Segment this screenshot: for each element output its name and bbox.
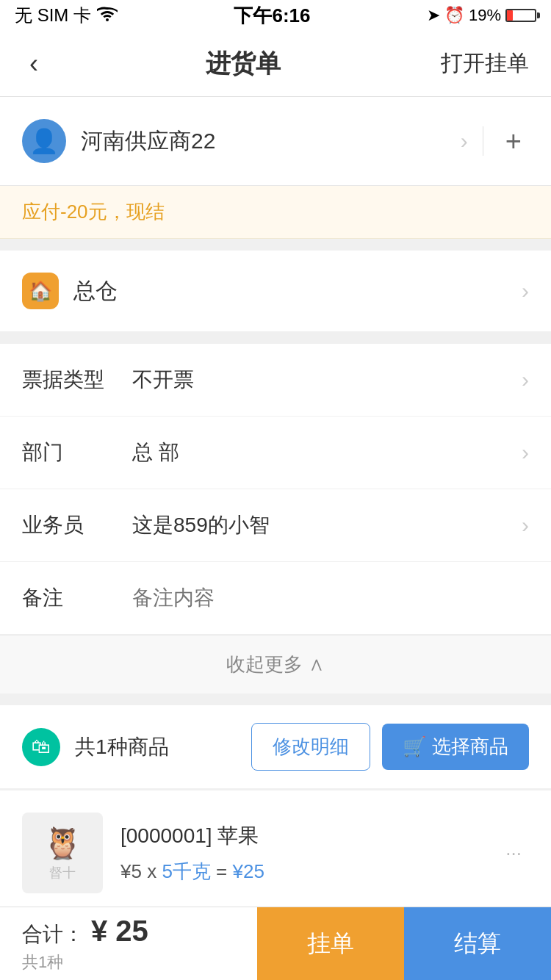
separator-2 (0, 332, 551, 344)
supplier-add-button[interactable]: + (498, 122, 529, 161)
status-time: 下午6:16 (234, 3, 310, 29)
product-price-row: ¥5 x 5千克 = ¥25 (120, 859, 498, 884)
brand-label: 督十 (49, 864, 76, 882)
collapse-label: 收起更多 ∧ (226, 653, 324, 675)
select-product-label: 选择商品 (432, 734, 508, 760)
back-button[interactable]: ‹ (22, 41, 46, 87)
select-product-icon: 🛒 (403, 735, 426, 758)
product-multiply: x (147, 860, 162, 882)
carrier-text: 无 SIM 卡 (15, 4, 91, 27)
nav-bar: ‹ 进货单 打开挂单 (0, 31, 551, 97)
salesman-row[interactable]: 业务员 这是859的小智 › (0, 489, 551, 562)
remark-input[interactable] (132, 586, 529, 610)
product-equals: = (216, 860, 232, 882)
product-name: [0000001] 苹果 (120, 822, 498, 850)
invoice-label: 票据类型 (22, 366, 110, 394)
product-item: 🦉 督十 [0000001] 苹果 ¥5 x 5千克 = ¥25 ··· (0, 790, 551, 915)
battery-icon (505, 9, 536, 22)
salesman-value: 这是859的小智 (132, 511, 522, 539)
notice-banner: 应付-20元，现结 (0, 186, 551, 239)
product-total: ¥25 (233, 860, 264, 882)
wifi-icon (97, 5, 118, 26)
salesman-chevron-icon: › (522, 513, 529, 538)
dept-label: 部门 (22, 439, 110, 466)
invoice-chevron-icon: › (522, 367, 529, 392)
checkout-button[interactable]: 结算 (404, 907, 551, 980)
select-product-button[interactable]: 🛒 选择商品 (382, 724, 529, 770)
dept-row[interactable]: 部门 总 部 › (0, 417, 551, 489)
item-count: 共1种 (22, 951, 148, 973)
salesman-label: 业务员 (22, 511, 110, 539)
warehouse-icon: 🏠 (22, 273, 59, 309)
supplier-section: 👤 河南供应商22 › + 应付-20元，现结 (0, 97, 551, 239)
dept-value: 总 部 (132, 439, 522, 466)
warehouse-row[interactable]: 🏠 总仓 › (0, 251, 551, 332)
status-bar: 无 SIM 卡 下午6:16 ➤ ⏰ 19% (0, 0, 551, 31)
remark-row: 备注 (0, 562, 551, 635)
summary-area: 合计： ¥ 25 共1种 (0, 907, 257, 980)
separator-1 (0, 239, 551, 251)
notice-text: 应付-20元，现结 (22, 201, 165, 223)
invoice-value: 不开票 (132, 366, 522, 394)
status-left: 无 SIM 卡 (15, 4, 118, 27)
warehouse-chevron-icon: › (522, 278, 529, 303)
alarm-icon: ⏰ (444, 6, 464, 25)
supplier-name: 河南供应商22 (81, 126, 461, 156)
edit-detail-button[interactable]: 修改明细 (251, 723, 370, 771)
status-right: ➤ ⏰ 19% (427, 6, 536, 25)
divider (483, 126, 483, 156)
open-hang-button[interactable]: 打开挂单 (441, 48, 529, 79)
product-title: 苹果 (217, 824, 259, 847)
product-code: [0000001] (120, 824, 212, 847)
collapse-toggle[interactable]: 收起更多 ∧ (0, 635, 551, 693)
supplier-avatar: 👤 (22, 119, 66, 163)
product-icon: 🛍 (22, 728, 60, 766)
product-unit-price: ¥5 (120, 860, 142, 882)
avatar-icon: 👤 (29, 127, 59, 155)
dept-chevron-icon: › (522, 440, 529, 465)
product-info: [0000001] 苹果 ¥5 x 5千克 = ¥25 (120, 822, 498, 884)
product-count: 共1种商品 (75, 733, 251, 761)
content-area: 👤 河南供应商22 › + 应付-20元，现结 🏠 总仓 › 票据类型 不开票 … (0, 97, 551, 980)
remark-label: 备注 (22, 584, 110, 612)
hang-button[interactable]: 挂单 (257, 907, 404, 980)
battery-percent: 19% (469, 6, 501, 25)
page-title: 进货单 (206, 47, 281, 81)
product-thumbnail: 🦉 督十 (22, 813, 103, 893)
supplier-row[interactable]: 👤 河南供应商22 › + (0, 97, 551, 186)
product-more-button[interactable]: ··· (498, 835, 529, 872)
total-label: 合计： (22, 920, 84, 948)
product-quantity: 5千克 (162, 860, 210, 882)
owl-icon: 🦉 (43, 825, 82, 861)
warehouse-label: 总仓 (73, 276, 522, 306)
location-icon: ➤ (427, 6, 440, 25)
supplier-chevron-icon: › (461, 129, 468, 154)
invoice-row[interactable]: 票据类型 不开票 › (0, 344, 551, 417)
product-header: 🛍 共1种商品 修改明细 🛒 选择商品 (0, 705, 551, 789)
bottom-bar: 合计： ¥ 25 共1种 挂单 结算 (0, 907, 551, 980)
total-value: ¥ 25 (91, 915, 148, 948)
